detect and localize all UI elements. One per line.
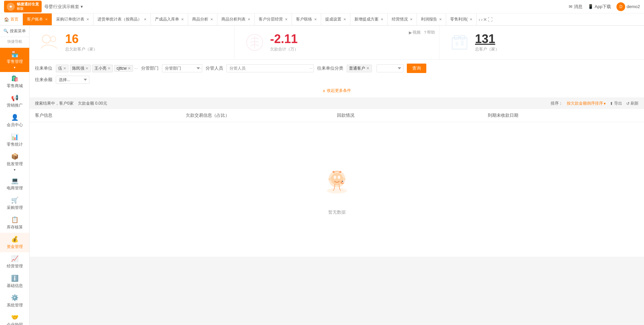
svg-rect-4 bbox=[452, 38, 467, 49]
retail-mall-icon: 🛍️ bbox=[11, 75, 18, 82]
tab-profit-report[interactable]: 利润报告 ✕ bbox=[417, 13, 446, 26]
export-btn[interactable]: ⬆ 导出 bbox=[610, 101, 622, 106]
stat-card-total-customers: 131 总客户（家） bbox=[439, 26, 644, 59]
tab-operation[interactable]: 经营情况 ✕ bbox=[388, 13, 417, 26]
tab-close-new-plan[interactable]: ✕ bbox=[381, 17, 383, 21]
tag-wu-remove[interactable]: ✕ bbox=[63, 66, 66, 71]
tab-product-analysis-list[interactable]: 商品分析列表 ✕ bbox=[217, 13, 255, 26]
sidebar-item-retail-mall[interactable]: 🛍️ 零售商城 bbox=[0, 72, 29, 92]
refresh-label: 刷新 bbox=[631, 101, 639, 106]
person-input[interactable] bbox=[226, 64, 314, 72]
sidebar-nav: 🏪 零售管理 ▾ 🛍️ 零售商城 📢 营销推广 👤 会员中心 📊 零售统计 bbox=[0, 46, 29, 325]
sidebar-item-enterprise-coop[interactable]: 🤝 企业协同 bbox=[0, 311, 29, 325]
tab-new-plan[interactable]: 新增提成方案 ✕ bbox=[350, 13, 388, 26]
tag-chen-remove[interactable]: ✕ bbox=[85, 66, 88, 71]
credit-total-icon: ✦ bbox=[245, 32, 265, 52]
normal-customer-remove[interactable]: ✕ bbox=[366, 66, 370, 71]
tab-close-customer-tier[interactable]: ✕ bbox=[285, 17, 288, 21]
topbar-left: ✦ 畅捷通好生意 标版 母婴行业演示账套 ▾ bbox=[4, 1, 83, 12]
tab-close-customer-account[interactable]: ✕ bbox=[45, 17, 48, 21]
sort-arrow-icon: ▾ bbox=[604, 101, 606, 106]
tab-close-promotion[interactable]: ✕ bbox=[343, 17, 346, 21]
tab-product-storage-label: 产成品入库单 bbox=[155, 16, 179, 22]
unit-class-select[interactable] bbox=[377, 64, 403, 72]
total-customers-icon bbox=[449, 32, 470, 52]
tab-close-operation[interactable]: ✕ bbox=[410, 17, 413, 21]
dept-select[interactable]: 分管部门 bbox=[162, 64, 202, 72]
table-body: 暂无数据 bbox=[30, 122, 644, 257]
search-result-text: 搜索结果中，客户0家 欠款金额 0.00元 bbox=[35, 101, 107, 106]
remainder-filter-label: 往来余额 bbox=[35, 77, 52, 83]
tab-customer-tier[interactable]: 客户分层经营 ✕ bbox=[255, 13, 292, 26]
wholesale-arrow-icon: ▾ bbox=[14, 168, 15, 172]
sidebar-item-purchase[interactable]: 🛒 采购管理 bbox=[0, 194, 29, 213]
sidebar-item-wholesale[interactable]: 📦 批发管理 ▾ bbox=[0, 150, 29, 174]
person-input-wrapper: ··· bbox=[226, 64, 314, 72]
table-col-due-date: 到期未收款日期 bbox=[488, 112, 639, 118]
tab-product-analysis-label: 商品分析 bbox=[192, 16, 208, 22]
filter-tag-cjttcw: cjttcw ✕ bbox=[114, 65, 133, 72]
quick-nav-btn[interactable]: 快捷导航 bbox=[0, 37, 29, 46]
account-selector[interactable]: 母婴行业演示账套 ▾ bbox=[44, 4, 83, 10]
video-btn[interactable]: ▶ 视频 bbox=[409, 30, 421, 35]
tab-close-purchase-order[interactable]: ✕ bbox=[86, 17, 89, 21]
tab-home[interactable]: 🏠 首页 bbox=[0, 13, 23, 26]
tab-nav: ‹ › ✕ ⛶ bbox=[477, 17, 495, 22]
svg-text:✦: ✦ bbox=[253, 41, 256, 45]
sidebar-item-marketing[interactable]: 📢 营销推广 bbox=[0, 92, 29, 111]
sidebar-item-inventory[interactable]: 📋 库存核算 bbox=[0, 213, 29, 233]
sidebar-item-operation-mgmt[interactable]: 📈 经营管理 bbox=[0, 252, 29, 272]
user-menu[interactable]: D demo2 bbox=[616, 2, 640, 11]
sidebar-item-retail-stats[interactable]: 📊 零售统计 bbox=[0, 131, 29, 150]
tab-fullscreen-icon[interactable]: ⛶ bbox=[488, 17, 492, 22]
sidebar-item-capital[interactable]: 💰 资金管理 bbox=[0, 233, 29, 252]
sidebar-item-basic-info[interactable]: ℹ️ 基础信息 bbox=[0, 272, 29, 291]
tag-wang-remove[interactable]: ✕ bbox=[108, 66, 111, 71]
filter-more-btn[interactable]: ··· bbox=[134, 66, 138, 71]
dept-select-wrapper: 分管部门 ··· bbox=[162, 64, 202, 72]
tab-promotion[interactable]: 提成设置 ✕ bbox=[321, 13, 350, 26]
message-btn[interactable]: ✉ 消息 bbox=[569, 4, 583, 10]
tab-close-product-storage[interactable]: ✕ bbox=[181, 17, 184, 21]
sidebar-item-label-basic: 基础信息 bbox=[7, 283, 23, 289]
sidebar-item-member[interactable]: 👤 会员中心 bbox=[0, 111, 29, 131]
tab-operation-label: 经营情况 bbox=[392, 16, 408, 22]
retail-mgmt-icon: 🏪 bbox=[11, 50, 18, 58]
query-btn[interactable]: 查询 bbox=[407, 64, 426, 73]
tab-close-customer-contact[interactable]: ✕ bbox=[314, 17, 317, 21]
tab-customer-contact[interactable]: 客户联络 ✕ bbox=[292, 13, 321, 26]
tab-inventory-stats[interactable]: 进货单统计表（按商品） ✕ bbox=[93, 13, 151, 26]
tab-purchase-order[interactable]: 采购订单统计表 ✕ bbox=[52, 13, 93, 26]
tab-product-analysis[interactable]: 商品分析 ✕ bbox=[188, 13, 217, 26]
tab-retail-profit[interactable]: 零售利润( ✕ bbox=[446, 13, 477, 26]
collapse-btn[interactable]: ∧ 收起更多条件 bbox=[35, 86, 639, 95]
tab-close-product-analysis[interactable]: ✕ bbox=[210, 17, 213, 21]
filter-bar: 往来单位 伍 ✕ 陈民强 ✕ 王小亮 ✕ cjttcw bbox=[30, 60, 644, 98]
help-btn[interactable]: ? 帮助 bbox=[424, 30, 435, 35]
unit-filter-label: 往来单位 bbox=[35, 65, 52, 71]
sort-link[interactable]: 按欠款金额倒序排序 ▾ bbox=[567, 101, 606, 106]
sidebar-item-retail-mgmt[interactable]: 🏪 零售管理 ▾ bbox=[0, 48, 29, 72]
app-download-btn[interactable]: 📱 App下载 bbox=[588, 4, 611, 10]
tab-prev-icon[interactable]: ‹ bbox=[479, 17, 480, 22]
sidebar-item-system[interactable]: ⚙️ 系统管理 bbox=[0, 291, 29, 311]
tab-close-profit-report[interactable]: ✕ bbox=[439, 17, 442, 21]
tab-product-storage[interactable]: 产成品入库单 ✕ bbox=[151, 13, 188, 26]
remainder-select[interactable]: 选择... bbox=[56, 76, 89, 84]
ecommerce-icon: 💻 bbox=[11, 177, 18, 184]
refresh-btn[interactable]: ↺ 刷新 bbox=[626, 101, 639, 106]
tab-customer-account[interactable]: 客户账本 ✕ bbox=[23, 13, 52, 26]
svg-point-13 bbox=[338, 176, 340, 179]
tab-next-icon[interactable]: › bbox=[481, 17, 483, 22]
credit-total-label: 欠款合计（万） bbox=[270, 46, 298, 52]
search-menu-btn[interactable]: 🔍 搜索菜单 bbox=[3, 28, 27, 34]
tab-close-inventory[interactable]: ✕ bbox=[144, 17, 146, 21]
tag-wang-text: 王小亮 bbox=[94, 66, 106, 71]
sidebar-item-ecommerce[interactable]: 💻 电商管理 bbox=[0, 174, 29, 194]
tab-more-icon[interactable]: ✕ bbox=[483, 17, 487, 22]
tab-close-retail-profit[interactable]: ✕ bbox=[470, 17, 472, 21]
tab-close-product-analysis-list[interactable]: ✕ bbox=[248, 17, 250, 21]
tag-cjttcw-remove[interactable]: ✕ bbox=[128, 66, 131, 71]
svg-point-9 bbox=[327, 188, 347, 193]
logo[interactable]: ✦ 畅捷通好生意 标版 bbox=[4, 1, 42, 12]
